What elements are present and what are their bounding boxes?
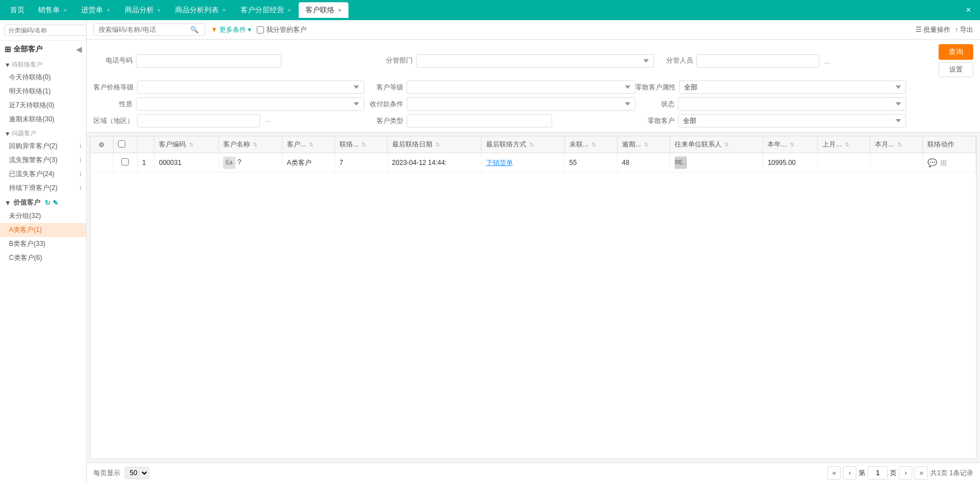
batch-ops-button[interactable]: ☰ 批量操作 — [916, 25, 950, 35]
nav-tab-customer-contact[interactable]: 客户联络 × — [299, 2, 348, 18]
unit-contact-avatar: RE . — [675, 157, 687, 169]
sidebar-item-overdue-label: 逾期未联络(30) — [9, 115, 54, 124]
adv-filter-row-1: 电话号码 分管部门 分管人员 ... 查询 设置 — [93, 44, 973, 77]
adv-filter-status: 状态 — [635, 97, 906, 111]
th-contact-action: 联络动作 — [923, 136, 976, 153]
query-button[interactable]: 查询 — [939, 44, 973, 60]
payment-select[interactable] — [407, 97, 635, 111]
adv-filter-row-4: 区域（地区） ··· 客户类型 零散客户 全部 — [93, 114, 973, 127]
th-last-contact-method[interactable]: 最后联络方式 ⇅ — [481, 136, 564, 153]
adv-filter-price-level: 客户价格等级 — [93, 80, 364, 94]
th-last-month[interactable]: 上月... ⇅ — [818, 136, 870, 153]
status-select[interactable] — [678, 97, 906, 111]
th-customer-code[interactable]: 客户编码 ⇅ — [154, 136, 218, 153]
page-number-input[interactable] — [868, 466, 888, 480]
th-last-contact-date[interactable]: 最后联络日期 ⇅ — [387, 136, 481, 153]
nav-tab-customer-contact-close[interactable]: × — [338, 7, 341, 13]
th-contact[interactable]: 联络... ⇅ — [334, 136, 387, 153]
sidebar-item-class-c[interactable]: C类客户(6) — [0, 251, 86, 265]
total-records: 共1页 1条记录 — [930, 468, 973, 478]
filter-more-label: 更多条件 — [219, 25, 246, 35]
customer-name-avatar: Ea — [223, 157, 235, 169]
nav-tab-product-analysis-list[interactable]: 商品分析列表 × — [168, 2, 232, 18]
last-contact-method-link[interactable]: 下销货单 — [486, 159, 513, 167]
add-icon[interactable]: ⊞ — [940, 158, 947, 167]
sidebar-item-declining[interactable]: 持续下滑客户(2) ℹ — [0, 181, 86, 195]
nature-select[interactable] — [136, 97, 364, 111]
th-settings[interactable]: ⚙ — [91, 136, 113, 153]
retail-customer-select[interactable]: 全部 — [678, 114, 906, 127]
filter-search-icon[interactable]: 🔍 — [190, 26, 199, 34]
sidebar-item-class-b[interactable]: B类客户(33) — [0, 237, 86, 251]
region-input[interactable] — [137, 114, 260, 127]
select-all-checkbox[interactable] — [118, 140, 125, 148]
nav-tab-customer-segment-label: 客户分层经营 — [241, 5, 284, 15]
sidebar-item-today[interactable]: 今天待联络(0) — [0, 70, 86, 84]
customer-level-select[interactable] — [407, 80, 635, 94]
value-group-edit-icon[interactable]: ✎ — [53, 199, 58, 207]
next-page-button[interactable]: › — [899, 466, 912, 480]
sidebar-search-input[interactable] — [4, 25, 87, 36]
th-no-contact[interactable]: 未联... ⇅ — [564, 136, 617, 153]
first-page-button[interactable]: « — [827, 466, 841, 480]
sidebar-item-tomorrow-label: 明天待联络(1) — [9, 87, 51, 96]
value-group-refresh-icon[interactable]: ↻ — [45, 199, 50, 207]
th-overdue[interactable]: 逾期... ⇅ — [617, 136, 670, 153]
sidebar-collapse-icon[interactable]: ◀ — [76, 45, 82, 54]
th-this-year[interactable]: 本年... ⇅ — [763, 136, 818, 153]
nav-tab-product-analysis-list-close[interactable]: × — [222, 7, 225, 13]
th-this-month[interactable]: 本月... ⇅ — [870, 136, 923, 153]
last-page-button[interactable]: » — [915, 466, 928, 480]
nav-tab-product-analysis[interactable]: 商品分析 × — [118, 2, 167, 18]
filter-more-conditions[interactable]: ▼ 更多条件 ▾ — [211, 25, 251, 35]
person-input[interactable] — [696, 54, 819, 68]
sidebar-all-customers[interactable]: ⊞ 全部客户 ◀ — [0, 41, 86, 58]
export-button[interactable]: ↑ 导出 — [955, 25, 973, 35]
retail-attr-select[interactable]: 全部 — [679, 80, 906, 94]
price-level-select[interactable] — [137, 80, 364, 94]
nav-tab-purchase-close[interactable]: × — [106, 7, 110, 13]
filter-search-input[interactable] — [98, 26, 188, 34]
prev-page-button[interactable]: ‹ — [843, 466, 856, 480]
th-customer-type[interactable]: 客户... ⇅ — [282, 136, 334, 153]
nav-tab-purchase[interactable]: 进货单 × — [74, 2, 116, 18]
filter-bar: 🔍 ▼ 更多条件 ▾ 我分管的客户 ☰ 批量操作 ↑ 导出 — [87, 20, 980, 40]
sidebar-item-7days[interactable]: 近7天待联络(0) — [0, 98, 86, 112]
phone-input[interactable] — [136, 54, 281, 68]
person-label: 分管人员 — [654, 56, 693, 65]
row-overdue: 48 — [617, 153, 670, 173]
sidebar-problem-group: ▼ 问题客户 — [0, 126, 86, 139]
nav-tab-sales[interactable]: 销售单 × — [31, 2, 73, 18]
sidebar-item-churned-label: 已流失客户(24) — [9, 169, 54, 179]
per-page-select[interactable]: 50 — [125, 467, 149, 479]
sidebar-item-overdue[interactable]: 逾期未联络(30) — [0, 112, 86, 126]
region-dots-button[interactable]: ··· — [265, 116, 271, 125]
table-scroll-wrap[interactable]: ⚙ 客户编码 ⇅ 客户名称 ⇅ 客户... ⇅ 联络... ⇅ 最后联络日期 ⇅… — [91, 136, 976, 458]
person-dots-button[interactable]: ... — [824, 56, 831, 65]
row-last-contact-method[interactable]: 下销货单 — [481, 153, 564, 173]
nav-tab-customer-segment[interactable]: 客户分层经营 × — [234, 2, 298, 18]
chat-icon[interactable]: 💬 — [927, 158, 937, 167]
th-unit-contact[interactable]: 往来单位联系人 ⇅ — [670, 136, 763, 153]
dept-select[interactable] — [416, 54, 654, 68]
row-unit-contact: RE . — [670, 153, 763, 173]
sidebar-item-churn-warning[interactable]: 流失预警客户(3) ℹ — [0, 153, 86, 167]
sidebar-item-repurchase-abnormal[interactable]: 回购异常客户(2) ℹ — [0, 139, 86, 153]
my-customers-checkbox[interactable] — [257, 26, 264, 34]
sidebar-item-tomorrow[interactable]: 明天待联络(1) — [0, 84, 86, 98]
batch-ops-label: 批量操作 — [924, 25, 950, 35]
row-settings-cell — [91, 153, 113, 173]
sidebar-item-unclassified[interactable]: 未分组(32) — [0, 209, 86, 223]
customer-type-input[interactable] — [407, 114, 552, 127]
phone-label: 电话号码 — [93, 56, 133, 65]
sidebar-item-churned[interactable]: 已流失客户(24) ℹ — [0, 167, 86, 181]
settings-button[interactable]: 设置 — [939, 62, 973, 77]
nav-tab-sales-close[interactable]: × — [63, 7, 67, 13]
sidebar-item-class-a[interactable]: A类客户(1) — [0, 223, 86, 237]
nav-home[interactable]: 首页 — [4, 5, 30, 15]
row-checkbox[interactable] — [121, 158, 129, 165]
th-customer-name[interactable]: 客户名称 ⇅ — [218, 136, 282, 153]
window-close-button[interactable]: × — [962, 5, 976, 15]
nav-tab-product-analysis-close[interactable]: × — [157, 7, 161, 13]
nav-tab-customer-segment-close[interactable]: × — [288, 7, 291, 13]
